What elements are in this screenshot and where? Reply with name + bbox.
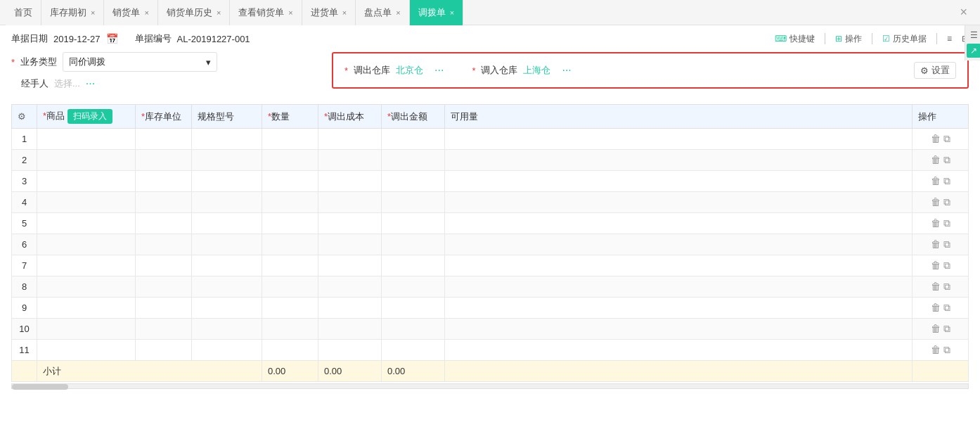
person-more-btn[interactable]: ··· [86,77,95,90]
table-row: 1🗑⧉ [12,129,969,150]
delete-icon[interactable]: 🗑 [931,133,941,144]
tab-close-inventory-check[interactable]: × [396,8,400,17]
tab-inventory-init[interactable]: 库存期初 × [41,0,104,25]
copy-icon[interactable]: ⧉ [943,238,950,250]
copy-icon[interactable]: ⧉ [943,344,950,356]
delete-icon[interactable]: 🗑 [931,302,941,313]
table-row: 8🗑⧉ [12,276,969,298]
scrollbar-thumb[interactable] [12,384,68,390]
biz-type-row: * 业务类型 同价调拨 ▾ [11,52,321,72]
gear-icon[interactable]: ⚙ [18,111,26,122]
copy-icon[interactable]: ⧉ [943,281,950,293]
biz-required-star: * [11,57,15,68]
person-label: 经手人 [21,77,49,90]
tab-close-transfer[interactable]: × [450,8,454,17]
tab-transfer[interactable]: 调拨单 × [410,0,463,25]
date-field-group: 单据日期 2019-12-27 📅 [11,32,118,45]
dropdown-arrow-icon: ▾ [206,57,211,68]
table-row: 2🗑⧉ [12,150,969,171]
tab-close-view-sales[interactable]: × [288,8,292,17]
in-wh-label: 调入仓库 [481,64,517,77]
col-qty-header: *数量 [262,105,318,129]
copy-icon[interactable]: ⧉ [943,133,950,145]
person-placeholder[interactable]: 选择... [54,77,80,90]
horizontal-scrollbar[interactable] [11,383,969,389]
history-btn[interactable]: ☑ 历史单据 [882,33,927,45]
copy-icon[interactable]: ⧉ [943,217,950,229]
tab-purchase[interactable]: 进货单 × [302,0,356,25]
subtotal-amount: 0.00 [382,361,445,382]
tab-sales-order[interactable]: 销货单 × [104,0,157,25]
copy-icon[interactable]: ⧉ [943,154,950,166]
layout-btn1[interactable]: ≡ [947,34,952,44]
table-row: 10🗑⧉ [12,319,969,340]
data-table: ⚙ *商品 扫码录入 *库存单位 规格型号 *数量 [11,104,969,382]
subtotal-label: 小计 [37,361,262,382]
tab-home[interactable]: 首页 [6,0,41,25]
copy-icon[interactable]: ⧉ [943,196,950,208]
in-wh-more-btn[interactable]: ··· [562,64,571,77]
tab-bar: 首页 库存期初 × 销货单 × 销货单历史 × 查看销货单 × 进货单 × 盘点… [0,0,980,25]
col-gear-header[interactable]: ⚙ [12,105,37,129]
tab-close-purchase[interactable]: × [342,8,347,17]
calendar-icon[interactable]: 📅 [106,33,118,44]
subtotal-row: 小计 0.00 0.00 0.00 [12,361,969,382]
copy-icon[interactable]: ⧉ [943,175,950,187]
delete-icon[interactable]: 🗑 [931,260,941,271]
toolbar-sep2 [872,33,872,44]
history-icon: ☑ [882,34,890,44]
copy-icon[interactable]: ⧉ [943,302,950,314]
tab-close-sales-history[interactable]: × [217,8,221,17]
tab-close-sales-order[interactable]: × [144,8,148,17]
sidebar-list-icon[interactable]: ☰ [967,28,980,42]
col-ops-header: 操作 [913,105,969,129]
table-row: 6🗑⧉ [12,234,969,255]
copy-icon[interactable]: ⧉ [943,260,950,272]
operate-icon: ⊞ [835,34,842,44]
table-row: 9🗑⧉ [12,298,969,319]
col-product-header: *商品 扫码录入 [37,105,136,129]
delete-icon[interactable]: 🗑 [931,281,941,292]
table-row: 11🗑⧉ [12,340,969,361]
biz-select[interactable]: 同价调拨 ▾ [63,52,217,72]
layout-icon1: ≡ [947,34,952,44]
delete-icon[interactable]: 🗑 [931,154,941,165]
tab-sales-history[interactable]: 销货单历史 × [158,0,230,25]
biz-label: 业务类型 [20,56,57,68]
delete-icon[interactable]: 🗑 [931,217,941,229]
subtotal-cost: 0.00 [318,361,382,382]
delete-icon[interactable]: 🗑 [931,323,941,334]
out-wh-value[interactable]: 北京仓 [396,64,423,77]
delete-icon[interactable]: 🗑 [931,196,941,208]
out-wh-more-btn[interactable]: ··· [434,64,444,77]
delete-icon[interactable]: 🗑 [931,344,941,355]
gear-icon: ⚙ [920,65,929,76]
num-label: 单据编号 [135,32,172,45]
tab-inventory-check[interactable]: 盘点单 × [356,0,409,25]
num-value: AL-20191227-001 [177,34,250,44]
settings-btn[interactable]: ⚙ 设置 [914,62,956,79]
sidebar-export-icon[interactable]: ↗ [967,44,980,58]
delete-icon[interactable]: 🗑 [931,238,941,250]
col-spec-header: 规格型号 [192,105,262,129]
tab-close-inventory-init[interactable]: × [91,8,95,17]
window-close-button[interactable]: × [953,5,974,20]
tab-view-sales[interactable]: 查看销货单 × [230,0,302,25]
col-unit-header: *库存单位 [136,105,192,129]
out-warehouse-field: * 调出仓库 北京仓 ··· [344,64,444,77]
col-cost-header: *调出成本 [318,105,382,129]
copy-icon[interactable]: ⧉ [943,323,950,335]
operate-btn[interactable]: ⊞ 操作 [835,33,862,45]
right-sidebar: ☰ ↗ [965,25,980,60]
subtotal-qty: 0.00 [262,361,318,382]
out-wh-label: 调出仓库 [354,64,390,77]
shortcut-btn[interactable]: ⌨ 快捷键 [775,33,815,45]
toolbar-sep1 [825,33,825,44]
delete-icon[interactable]: 🗑 [931,175,941,186]
scan-btn[interactable]: 扫码录入 [67,109,112,124]
in-warehouse-field: * 调入仓库 上海仓 ··· [472,64,571,77]
form-header: 单据日期 2019-12-27 📅 单据编号 AL-20191227-001 ⌨… [11,32,969,45]
in-wh-value[interactable]: 上海仓 [523,64,550,77]
num-field-group: 单据编号 AL-20191227-001 [135,32,250,45]
toolbar-right: ⌨ 快捷键 ⊞ 操作 ☑ 历史单据 ≡ [775,33,969,45]
